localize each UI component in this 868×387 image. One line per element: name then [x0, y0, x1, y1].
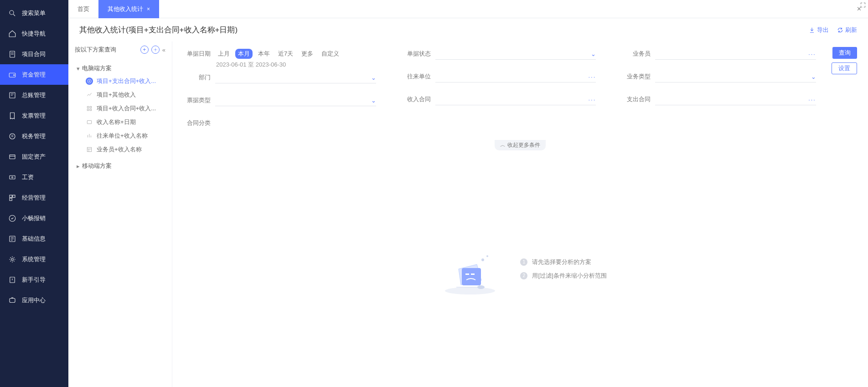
preset-custom[interactable]: 自定义: [319, 49, 342, 59]
svg-point-30: [481, 258, 484, 261]
scheme-item-4[interactable]: 收入名称+日期: [84, 115, 165, 129]
biz-type-select[interactable]: ⌄: [655, 72, 816, 83]
side-basic-info[interactable]: 基础信息: [0, 228, 68, 249]
tip-text: 用[过滤]条件来缩小分析范围: [532, 272, 606, 280]
side-label: 经营管理: [22, 194, 46, 202]
side-search-menu[interactable]: 搜索菜单: [0, 3, 68, 23]
system-icon: [8, 255, 16, 263]
side-label: 基础信息: [22, 235, 46, 243]
svg-rect-7: [10, 175, 15, 179]
tree-group-mobile[interactable]: ▸移动端方案: [75, 160, 165, 172]
svg-point-5: [10, 134, 15, 139]
chevron-down-icon: ⌄: [371, 74, 376, 81]
svg-rect-27: [462, 268, 481, 285]
side-general-ledger[interactable]: 总账管理: [0, 85, 68, 105]
side-label: 搜索菜单: [22, 9, 46, 17]
expense-contract-lookup[interactable]: ···: [655, 94, 816, 105]
preset-this-month[interactable]: 本月: [235, 49, 253, 59]
side-newbie-guide[interactable]: 新手引导: [0, 269, 68, 290]
side-label: 税务管理: [22, 132, 46, 140]
tree-group-desktop[interactable]: ▾电脑端方案: [75, 62, 165, 74]
main: 首页 其他收入统计× ✕ 其他收入统计(项目+支出合同+收入名称+日期) 导出 …: [68, 0, 868, 387]
side-fund-mgmt[interactable]: 资金管理: [0, 64, 68, 85]
caret-right-icon: ▸: [77, 163, 82, 170]
ledger-icon: [8, 91, 16, 99]
svg-rect-11: [10, 198, 12, 200]
apps-icon: [8, 296, 16, 304]
side-label: 项目合同: [22, 50, 46, 58]
empty-state: 1请先选择要分析的方案 2用[过滤]条件来缩小分析范围: [172, 150, 868, 387]
scheme-item-1[interactable]: 项目+支出合同+收入...: [84, 74, 165, 88]
preset-last-month[interactable]: 上月: [215, 49, 232, 59]
salesman-lookup[interactable]: ···: [655, 49, 816, 60]
collapse-panel-icon[interactable]: «: [162, 46, 165, 53]
side-reimburse[interactable]: 小畅报销: [0, 208, 68, 228]
side-app-center[interactable]: 应用中心: [0, 290, 68, 310]
invoice-icon: [8, 112, 16, 120]
svg-rect-20: [87, 106, 89, 108]
tab-home[interactable]: 首页: [68, 0, 98, 18]
side-invoice-mgmt[interactable]: 发票管理: [0, 105, 68, 126]
side-system-mgmt[interactable]: 系统管理: [0, 249, 68, 269]
scheme-item-2[interactable]: 项目+其他收入: [84, 88, 165, 102]
fullscreen-icon[interactable]: [860, 2, 866, 10]
wallet-icon: [8, 71, 16, 79]
ellipsis-icon: ···: [588, 96, 596, 103]
bars-icon: [86, 132, 93, 139]
add-scheme-button[interactable]: +: [140, 46, 149, 54]
ellipsis-icon: ···: [588, 73, 596, 80]
svg-rect-6: [10, 155, 15, 159]
query-button[interactable]: 查询: [832, 47, 857, 59]
close-icon[interactable]: ×: [147, 6, 150, 12]
card-icon: [86, 119, 93, 126]
side-fixed-assets[interactable]: 固定资产: [0, 146, 68, 167]
svg-point-26: [445, 287, 495, 294]
page-title: 其他收入统计(项目+支出合同+收入名称+日期): [79, 25, 238, 35]
tab-other-income-stats[interactable]: 其他收入统计×: [98, 0, 159, 18]
scheme-item-6[interactable]: 业务员+收入名称: [84, 143, 165, 156]
scheme-settings-button[interactable]: [151, 46, 160, 54]
refresh-link[interactable]: 刷新: [837, 26, 857, 34]
scheme-item-3[interactable]: 项目+收入合同+收入...: [84, 102, 165, 115]
side-tax-mgmt[interactable]: 税务管理: [0, 126, 68, 146]
receipt-type-select[interactable]: ⌄: [215, 95, 376, 106]
sidebar: 搜索菜单 快捷导航 项目合同 资金管理 总账管理 发票管理 税务管理 固定资产 …: [0, 0, 68, 387]
ellipsis-icon: ···: [808, 51, 816, 57]
svg-rect-29: [471, 273, 475, 275]
date-range-text: 2023-06-01 至 2023-06-30: [215, 61, 376, 69]
side-label: 快捷导航: [22, 30, 46, 38]
preset-this-year[interactable]: 本年: [255, 49, 273, 59]
filter-bill-date: 单据日期 上月 本月 本年 近7天 更多 自定义: [183, 45, 376, 69]
side-project-contract[interactable]: 项目合同: [0, 44, 68, 64]
side-quick-nav[interactable]: 快捷导航: [0, 23, 68, 44]
svg-point-31: [486, 255, 488, 257]
side-label: 工资: [22, 173, 34, 181]
trend-icon: [86, 91, 93, 98]
svg-point-17: [155, 49, 156, 51]
side-label: 发票管理: [22, 112, 46, 120]
bill-status-select[interactable]: ⌄: [435, 49, 596, 60]
filters: 单据日期 上月 本月 本年 近7天 更多 自定义: [172, 41, 868, 137]
svg-rect-16: [10, 298, 15, 302]
preset-more[interactable]: 更多: [299, 49, 316, 59]
svg-rect-21: [90, 106, 92, 108]
collapse-conditions[interactable]: ︿收起更多条件: [495, 140, 546, 150]
dept-select[interactable]: ⌄: [215, 72, 376, 83]
settings-button[interactable]: 设置: [832, 62, 857, 74]
home-icon: [8, 30, 16, 38]
svg-rect-23: [90, 109, 92, 111]
income-contract-lookup[interactable]: ···: [435, 94, 596, 105]
side-salary[interactable]: 工资: [0, 167, 68, 187]
preset-last-7d[interactable]: 近7天: [275, 49, 296, 59]
doc-icon: [8, 50, 16, 58]
partner-lookup[interactable]: ···: [435, 72, 596, 83]
svg-rect-25: [87, 147, 91, 151]
page-header: 其他收入统计(项目+支出合同+收入名称+日期) 导出 刷新: [68, 18, 868, 41]
side-label: 应用中心: [22, 296, 46, 304]
export-link[interactable]: 导出: [809, 26, 829, 34]
tab-label: 首页: [78, 5, 89, 13]
scheme-item-5[interactable]: 往来单位+收入名称: [84, 129, 165, 143]
side-biz-mgmt[interactable]: 经营管理: [0, 187, 68, 208]
ellipsis-icon: ···: [808, 96, 816, 103]
side-label: 总账管理: [22, 91, 46, 99]
